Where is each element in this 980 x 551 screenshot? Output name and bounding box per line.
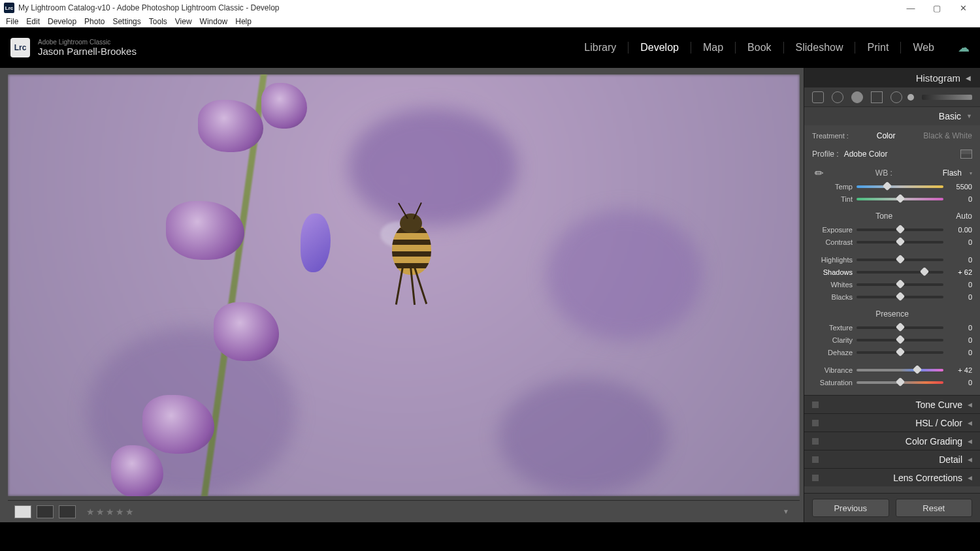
highlights-value[interactable]: 0 [947, 256, 972, 264]
color-grading-toggle-icon[interactable] [812, 438, 819, 445]
module-book[interactable]: Book [736, 42, 783, 54]
tint-value[interactable]: 0 [947, 195, 972, 203]
detail-section[interactable]: Detail ◀ [804, 450, 980, 468]
loupe-view-button[interactable] [14, 505, 31, 518]
texture-slider[interactable]: Texture 0 [812, 321, 972, 334]
product-name: Adobe Lightroom Classic [38, 39, 137, 46]
module-library[interactable]: Library [572, 42, 629, 54]
radial-filter-tool-icon[interactable] [890, 91, 902, 103]
treatment-color[interactable]: Color [877, 131, 896, 140]
profile-label: Profile : [812, 150, 839, 159]
menu-settings[interactable]: Settings [109, 17, 144, 26]
hsl-color-section[interactable]: HSL / Color ◀ [804, 413, 980, 432]
module-map[interactable]: Map [691, 42, 736, 54]
menu-photo[interactable]: Photo [81, 17, 108, 26]
menu-tools[interactable]: Tools [146, 17, 171, 26]
rating-stars[interactable]: ★★★★★ [86, 507, 135, 517]
texture-label: Texture [812, 324, 853, 332]
chevron-left-icon: ◀ [968, 475, 972, 481]
texture-value[interactable]: 0 [947, 324, 972, 332]
module-header: Lrc Adobe Lightroom Classic Jason Parnel… [0, 27, 980, 68]
develop-right-panel: Histogram ◀ Basic ▼ Treatment : Color Bl… [804, 68, 980, 522]
lens-toggle-icon[interactable] [812, 475, 819, 481]
basic-label: Basic [939, 111, 961, 121]
contrast-slider[interactable]: Contrast 0 [812, 236, 972, 248]
blacks-value[interactable]: 0 [947, 293, 972, 301]
window-title: My Lightroom Catalog-v10 - Adobe Photosh… [18, 3, 280, 12]
mask-amount-slider[interactable] [922, 95, 972, 100]
module-develop[interactable]: Develop [629, 42, 691, 54]
blacks-slider[interactable]: Blacks 0 [812, 291, 972, 303]
vibrance-value[interactable]: + 42 [947, 366, 972, 374]
compare-view-button[interactable] [37, 505, 54, 518]
exposure-slider[interactable]: Exposure 0.00 [812, 223, 972, 236]
saturation-value[interactable]: 0 [947, 379, 972, 386]
tone-curve-label: Tone Curve [915, 400, 962, 410]
tint-label: Tint [812, 195, 853, 203]
tint-slider[interactable]: Tint 0 [812, 193, 972, 205]
clarity-label: Clarity [812, 336, 853, 344]
treatment-bw[interactable]: Black & White [923, 131, 972, 140]
wb-dropdown-icon[interactable]: ▾ [970, 170, 972, 176]
clarity-slider[interactable]: Clarity 0 [812, 334, 972, 346]
highlights-slider[interactable]: Highlights 0 [812, 253, 972, 266]
cloud-sync-icon[interactable]: ☁ [958, 40, 970, 55]
menu-view[interactable]: View [172, 17, 195, 26]
brush-tool-icon[interactable] [907, 94, 914, 101]
clarity-value[interactable]: 0 [947, 336, 972, 344]
auto-tone-button[interactable]: Auto [956, 212, 972, 221]
module-print[interactable]: Print [855, 42, 901, 54]
basic-section-header[interactable]: Basic ▼ [804, 107, 980, 125]
basic-collapse-icon[interactable]: ▼ [966, 113, 972, 119]
temp-value[interactable]: 5500 [947, 183, 972, 191]
menu-help[interactable]: Help [232, 17, 255, 26]
contrast-value[interactable]: 0 [947, 238, 972, 246]
minimize-button[interactable]: — [898, 3, 924, 13]
exposure-value[interactable]: 0.00 [947, 226, 972, 234]
shadows-value[interactable]: + 62 [947, 268, 972, 276]
hsl-toggle-icon[interactable] [812, 420, 819, 426]
lens-corrections-section[interactable]: Lens Corrections ◀ [804, 468, 980, 486]
crop-tool-icon[interactable] [812, 91, 824, 103]
profile-browser-icon[interactable] [960, 150, 972, 159]
color-grading-label: Color Grading [906, 436, 962, 447]
histogram-header[interactable]: Histogram ◀ [804, 68, 980, 87]
whites-label: Whites [812, 281, 853, 289]
menu-edit[interactable]: Edit [23, 17, 43, 26]
dehaze-slider[interactable]: Dehaze 0 [812, 346, 972, 358]
dehaze-value[interactable]: 0 [947, 349, 972, 356]
whites-value[interactable]: 0 [947, 281, 972, 289]
toolbar-expand-icon[interactable]: ▼ [783, 508, 789, 515]
shadows-slider[interactable]: Shadows + 62 [812, 266, 972, 278]
tone-curve-toggle-icon[interactable] [812, 401, 819, 408]
detail-toggle-icon[interactable] [812, 456, 819, 463]
saturation-slider[interactable]: Saturation 0 [812, 376, 972, 388]
survey-view-button[interactable] [59, 505, 76, 518]
collapse-icon[interactable]: ◀ [966, 74, 971, 82]
profile-value[interactable]: Adobe Color [844, 150, 955, 159]
detail-label: Detail [939, 454, 962, 465]
wb-preset[interactable]: Flash [943, 168, 962, 178]
tone-curve-section[interactable]: Tone Curve ◀ [804, 395, 980, 413]
graduated-filter-tool-icon[interactable] [871, 91, 883, 103]
redeye-tool-icon[interactable] [851, 91, 863, 103]
tool-strip [804, 87, 980, 107]
reset-button[interactable]: Reset [896, 499, 973, 517]
menu-develop[interactable]: Develop [44, 17, 80, 26]
bee-subject [372, 210, 451, 327]
color-grading-section[interactable]: Color Grading ◀ [804, 432, 980, 450]
maximize-button[interactable]: ▢ [924, 3, 950, 13]
module-slideshow[interactable]: Slideshow [784, 42, 856, 54]
menu-window[interactable]: Window [197, 17, 231, 26]
whites-slider[interactable]: Whites 0 [812, 278, 972, 291]
spot-removal-tool-icon[interactable] [832, 91, 843, 103]
module-web[interactable]: Web [901, 42, 946, 54]
photo-preview[interactable] [8, 74, 800, 496]
menu-file[interactable]: File [3, 17, 22, 26]
temp-slider[interactable]: Temp 5500 [812, 180, 972, 193]
blacks-label: Blacks [812, 293, 853, 301]
close-button[interactable]: ✕ [950, 3, 976, 13]
vibrance-slider[interactable]: Vibrance + 42 [812, 364, 972, 376]
previous-button[interactable]: Previous [812, 499, 889, 517]
wb-eyedropper-icon[interactable]: ✎ [809, 164, 828, 182]
